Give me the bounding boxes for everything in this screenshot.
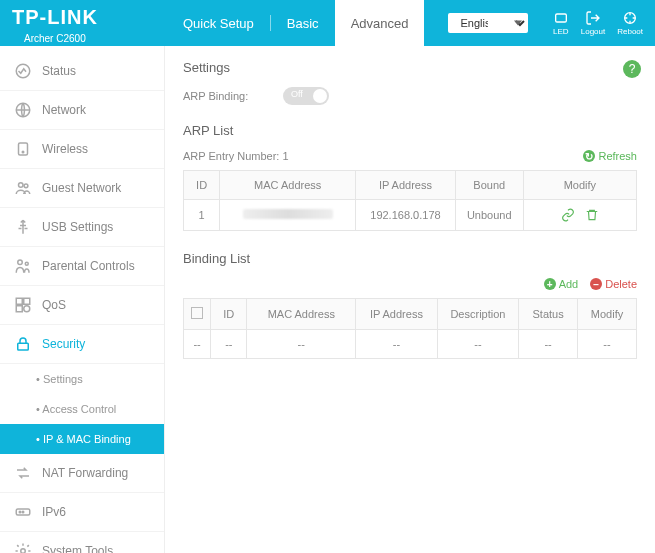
trash-icon[interactable] [585,208,599,222]
binding-list-bar: + Add − Delete [183,278,637,290]
main-tabs: Quick Setup Basic Advanced [167,0,424,46]
svg-point-16 [19,511,21,513]
refresh-icon: ↻ [583,150,595,162]
sidebar-item-guest[interactable]: Guest Network [0,169,164,208]
sidebar-item-nat[interactable]: NAT Forwarding [0,454,164,493]
bind-col-ip: IP Address [356,299,438,330]
arp-binding-toggle[interactable]: Off [283,87,329,105]
sidebar-sub-ip-mac-binding[interactable]: IP & MAC Binding [0,424,164,454]
svg-point-17 [22,511,24,513]
arp-col-ip: IP Address [356,171,456,200]
brand-logo: TP-LINK [12,6,98,28]
reboot-icon [622,10,638,26]
sidebar-item-network[interactable]: Network [0,91,164,130]
bind-col-desc: Description [437,299,519,330]
arp-cell-modify [523,200,636,231]
arp-col-modify: Modify [523,171,636,200]
delete-icon: − [590,278,602,290]
language-select-wrap: English [448,13,528,33]
svg-rect-12 [16,306,22,312]
usb-icon [14,218,32,236]
led-icon [553,10,569,26]
section-title-arplist: ARP List [183,123,637,138]
tab-basic[interactable]: Basic [271,0,335,46]
sidebar-sub-access-control[interactable]: Access Control [0,394,164,424]
arp-list-bar: ARP Entry Number: 1 ↻ Refresh [183,150,637,162]
logout-icon [585,10,601,26]
sidebar-sub-settings[interactable]: Settings [0,364,164,394]
add-button[interactable]: + Add [544,278,579,290]
arp-col-bound: Bound [455,171,523,200]
arp-binding-label: ARP Binding: [183,90,283,102]
content: ? Settings ARP Binding: Off ARP List ARP… [165,46,655,553]
sidebar-item-usb[interactable]: USB Settings [0,208,164,247]
sidebar-item-status[interactable]: Status [0,52,164,91]
svg-point-13 [24,306,30,312]
bind-icon[interactable] [561,208,575,222]
parental-icon [14,257,32,275]
svg-point-7 [24,184,28,188]
arp-cell-id: 1 [184,200,220,231]
bind-col-status: Status [519,299,578,330]
add-icon: + [544,278,556,290]
tab-advanced[interactable]: Advanced [335,0,425,46]
sidebar-item-qos[interactable]: QoS [0,286,164,325]
bind-col-id: ID [211,299,247,330]
refresh-button[interactable]: ↻ Refresh [583,150,637,162]
model-name: Archer C2600 [24,33,167,44]
brand-block: TP-LINK Archer C2600 [12,6,167,40]
arp-cell-ip: 192.168.0.178 [356,200,456,231]
svg-rect-10 [16,298,22,304]
svg-point-8 [18,260,23,265]
network-icon [14,101,32,119]
tools-icon [14,542,32,553]
bind-col-modify: Modify [578,299,637,330]
arp-entry-count: ARP Entry Number: 1 [183,150,289,162]
sidebar-item-tools[interactable]: System Tools [0,532,164,553]
section-title-binding: Binding List [183,251,637,266]
svg-rect-14 [18,343,29,350]
layout: Status Network Wireless Guest Network US… [0,46,655,553]
svg-point-18 [21,549,26,553]
arp-cell-bound: Unbound [455,200,523,231]
ipv6-icon [14,503,32,521]
status-icon [14,62,32,80]
logout-button[interactable]: Logout [581,10,605,36]
sidebar: Status Network Wireless Guest Network US… [0,46,165,553]
binding-table: ID MAC Address IP Address Description St… [183,298,637,359]
bind-col-mac: MAC Address [247,299,356,330]
svg-point-9 [25,262,28,265]
delete-button[interactable]: − Delete [590,278,637,290]
sidebar-item-security[interactable]: Security [0,325,164,364]
bind-col-check [184,299,211,330]
wireless-icon [14,140,32,158]
sidebar-item-ipv6[interactable]: IPv6 [0,493,164,532]
svg-rect-11 [24,298,30,304]
sidebar-item-parental[interactable]: Parental Controls [0,247,164,286]
arp-cell-mac [220,200,356,231]
help-button[interactable]: ? [623,60,641,78]
section-title-settings: Settings [183,60,637,75]
svg-rect-0 [555,14,566,22]
binding-empty-row: -- -- -- -- -- -- -- [184,330,637,359]
arp-row: 1 192.168.0.178 Unbound [184,200,637,231]
security-icon [14,335,32,353]
mac-blurred [243,209,333,219]
arp-binding-row: ARP Binding: Off [183,87,637,105]
led-button[interactable]: LED [553,10,569,36]
language-select[interactable]: English [448,13,528,33]
svg-point-5 [22,151,24,153]
arp-col-id: ID [184,171,220,200]
nat-icon [14,464,32,482]
header: TP-LINK Archer C2600 Quick Setup Basic A… [0,0,655,46]
qos-icon [14,296,32,314]
arp-table: ID MAC Address IP Address Bound Modify 1… [183,170,637,231]
header-icons: LED Logout Reboot [553,10,643,36]
arp-col-mac: MAC Address [220,171,356,200]
select-all-checkbox[interactable] [191,307,203,319]
sidebar-item-wireless[interactable]: Wireless [0,130,164,169]
svg-point-6 [19,183,24,188]
tab-quick-setup[interactable]: Quick Setup [167,0,270,46]
reboot-button[interactable]: Reboot [617,10,643,36]
guest-icon [14,179,32,197]
